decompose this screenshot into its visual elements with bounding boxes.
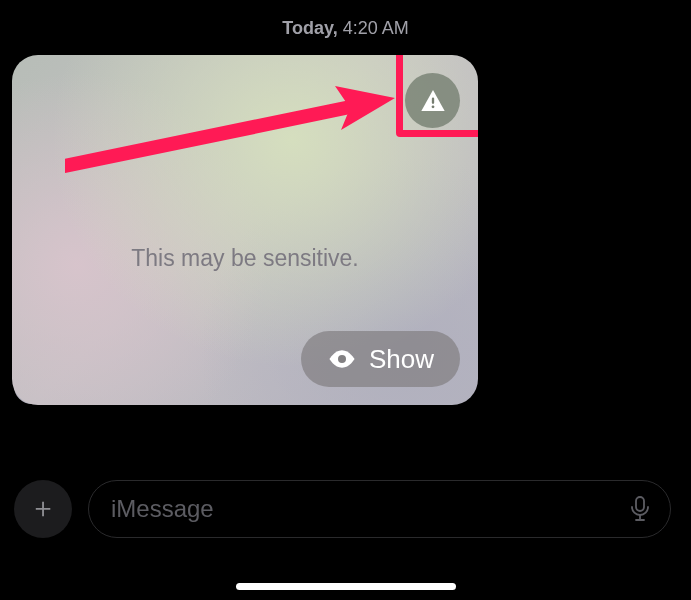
timestamp-time: 4:20 AM xyxy=(343,18,409,38)
warning-badge[interactable] xyxy=(405,73,460,128)
svg-rect-0 xyxy=(431,97,433,103)
home-indicator[interactable] xyxy=(236,583,456,590)
message-input-container[interactable] xyxy=(88,480,671,538)
warning-triangle-icon xyxy=(419,87,447,115)
plus-icon: ＋ xyxy=(29,494,57,522)
dictation-button[interactable] xyxy=(626,495,654,523)
message-input[interactable] xyxy=(111,495,626,523)
eye-icon xyxy=(327,344,357,374)
show-button-label: Show xyxy=(369,344,434,375)
add-button[interactable]: ＋ xyxy=(14,480,72,538)
svg-rect-5 xyxy=(636,497,644,511)
show-button[interactable]: Show xyxy=(301,331,460,387)
sensitive-content-bubble[interactable]: This may be sensitive. Show xyxy=(12,55,478,405)
svg-point-2 xyxy=(338,355,346,363)
timestamp-day: Today, xyxy=(282,18,337,38)
composer-row: ＋ xyxy=(0,480,691,538)
svg-point-1 xyxy=(431,105,434,108)
microphone-icon xyxy=(629,496,651,522)
received-message: This may be sensitive. Show xyxy=(12,55,478,405)
timestamp: Today, 4:20 AM xyxy=(0,0,691,55)
sensitive-content-label: This may be sensitive. xyxy=(12,245,478,272)
